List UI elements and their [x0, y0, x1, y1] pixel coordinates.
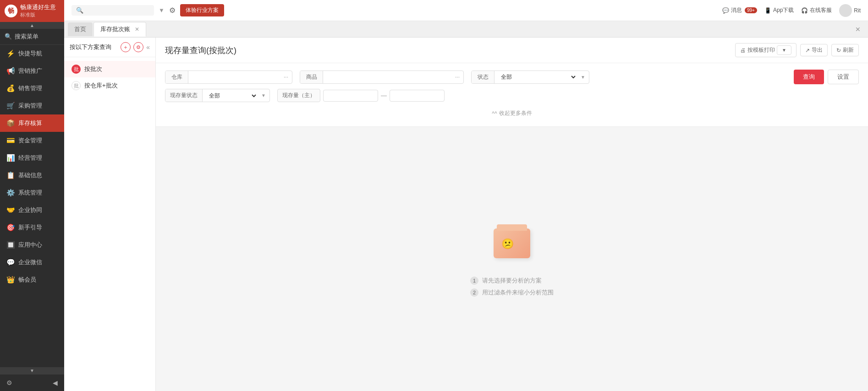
print-button[interactable]: 🖨 按模板打印 ▼ [735, 43, 797, 57]
tab-home[interactable]: 首页 [68, 22, 93, 36]
main-area: 🔍 ▼ ⚙ 体验行业方案 💬 消息 99+ 📱 App下载 🎧 在线客服 [64, 0, 868, 391]
topbar-dropdown-icon[interactable]: ▼ [159, 7, 165, 14]
product-field: 商品 ··· [300, 71, 464, 84]
status-field: 状态 全部 正常 停用 ▼ [471, 71, 589, 84]
sidebar-item-finance[interactable]: 💳 资金管理 [0, 132, 64, 149]
hint-1-text: 请先选择要分析的方案 [482, 277, 542, 285]
experience-button[interactable]: 体验行业方案 [180, 4, 224, 16]
warehouse-field: 仓库 ··· [165, 71, 292, 84]
online-service-button[interactable]: 🎧 在线客服 [801, 6, 832, 14]
sidebar-item-label: 新手引导 [18, 223, 42, 232]
inventory-quantity-range: 现存量（主） — [277, 89, 445, 102]
empty-illustration: 😕 [484, 222, 539, 267]
inventory-quantity-max[interactable] [390, 90, 445, 102]
page-actions: 🖨 按模板打印 ▼ ↗ 导出 ↻ 刷新 [735, 43, 859, 57]
scroll-down[interactable]: ▼ [0, 367, 64, 374]
panel-close-button[interactable]: ✕ [852, 24, 864, 35]
topbar: 🔍 ▼ ⚙ 体验行业方案 💬 消息 99+ 📱 App下载 🎧 在线客服 [64, 0, 868, 21]
tab-close-icon[interactable]: ✕ [135, 26, 139, 33]
page-title: 现存量查询(按批次) [165, 45, 236, 56]
refresh-button[interactable]: ↻ 刷新 [831, 44, 859, 56]
inventory-status-field: 现存量状态 全部 ▼ [165, 89, 270, 102]
sidebar-item-label: 畅会员 [18, 276, 36, 284]
sidebar-item-business[interactable]: 📊 经营管理 [0, 149, 64, 167]
sidebar-footer: ⚙ ◀ [0, 374, 64, 391]
empty-hint-1: 1 请先选择要分析的方案 [470, 277, 554, 285]
left-panel-actions: ＋ ⚙ « [121, 42, 150, 52]
sidebar-item-marketing[interactable]: 📢 营销推广 [0, 62, 64, 80]
warehouse-dots[interactable]: ··· [280, 71, 292, 82]
topbar-search-input[interactable] [86, 7, 141, 14]
filter-row-2: 现存量状态 全部 ▼ 现存量（主） — [165, 89, 859, 102]
page-header: 现存量查询(按批次) 🖨 按模板打印 ▼ ↗ 导出 ↻ 刷新 [156, 38, 868, 63]
app-title-group: 畅康通好生意 标准版 [20, 4, 56, 18]
topbar-search-box[interactable]: 🔍 [71, 5, 154, 16]
sidebar-item-apps[interactable]: 🔲 应用中心 [0, 236, 64, 254]
search-icon: 🔍 [5, 33, 12, 40]
sidebar-item-label: 库存核算 [18, 119, 42, 127]
sidebar-item-label: 应用中心 [18, 241, 42, 249]
product-input[interactable] [323, 71, 451, 82]
collapse-icon[interactable]: ◀ [53, 379, 58, 386]
product-dots[interactable]: ··· [451, 71, 463, 82]
app-download-button[interactable]: 📱 App下载 [764, 6, 794, 14]
inventory-icon: 📦 [6, 119, 15, 127]
export-label: 导出 [812, 46, 823, 54]
inventory-quantity-min[interactable] [323, 90, 378, 102]
hint-2-text: 用过滤条件来缩小分析范围 [482, 288, 554, 297]
inventory-status-label: 现存量状态 [165, 89, 203, 102]
settings-plan-button[interactable]: ⚙ [133, 42, 143, 52]
warehouse-input[interactable] [188, 71, 280, 82]
user-profile[interactable]: Rit [839, 4, 861, 17]
export-button[interactable]: ↗ 导出 [800, 44, 828, 56]
inventory-quantity-label: 现存量（主） [277, 89, 320, 102]
collapse-panel-icon[interactable]: « [146, 43, 150, 51]
message-icon: 💬 [722, 7, 729, 14]
tab-inventory-batch[interactable]: 库存批次账 ✕ [93, 22, 146, 37]
sidebar-item-quick-nav[interactable]: ⚡ 快捷导航 [0, 45, 64, 62]
collapse-more-button[interactable]: ^^ 收起更多条件 [165, 107, 859, 120]
status-select[interactable]: 全部 正常 停用 [494, 71, 577, 83]
marketing-icon: 📢 [6, 67, 15, 75]
wechat-icon: 💬 [6, 258, 15, 266]
sidebar-item-label: 采购管理 [18, 102, 42, 110]
sidebar-search[interactable]: 🔍 搜索菜单 [0, 29, 64, 45]
sidebar-item-label: 资金管理 [18, 136, 42, 145]
inventory-status-select[interactable]: 全部 [203, 90, 258, 102]
status-label: 状态 [472, 71, 494, 83]
topbar-settings-icon[interactable]: ⚙ [169, 6, 176, 15]
left-panel-header: 按以下方案查询 ＋ ⚙ « [64, 38, 155, 57]
system-icon: ⚙️ [6, 189, 15, 197]
scroll-up[interactable]: ▲ [0, 22, 64, 29]
filter-settings-button[interactable]: 设置 [828, 70, 859, 84]
empty-hints: 1 请先选择要分析的方案 2 用过滤条件来缩小分析范围 [470, 277, 554, 297]
refresh-icon: ↻ [836, 47, 841, 54]
sidebar-item-member[interactable]: 👑 畅会员 [0, 271, 64, 288]
content-area: 按以下方案查询 ＋ ⚙ « 批 按批次 批 按仓库+批次 [64, 38, 868, 391]
sidebar-item-sales[interactable]: 💰 销售管理 [0, 80, 64, 97]
enterprise-icon: 🤝 [6, 206, 15, 214]
business-icon: 📊 [6, 154, 15, 162]
guide-icon: 🎯 [6, 223, 15, 232]
print-dropdown-icon[interactable]: ▼ [777, 45, 791, 55]
plan-icon-active: 批 [71, 65, 81, 74]
sidebar-item-system[interactable]: ⚙️ 系统管理 [0, 184, 64, 201]
status-dropdown-icon: ▼ [577, 75, 589, 80]
add-plan-button[interactable]: ＋ [121, 42, 131, 52]
plan-item-by-batch[interactable]: 批 按批次 [64, 61, 155, 77]
sidebar-item-purchase[interactable]: 🛒 采购管理 [0, 97, 64, 114]
plan-item-by-warehouse-batch[interactable]: 批 按仓库+批次 [64, 77, 155, 94]
search-label: 搜索菜单 [15, 33, 38, 41]
sidebar-item-label: 企业微信 [18, 258, 42, 266]
sidebar-item-wechat[interactable]: 💬 企业微信 [0, 254, 64, 271]
query-button[interactable]: 查询 [794, 70, 824, 84]
online-service-label: 在线客服 [810, 6, 832, 14]
settings-icon[interactable]: ⚙ [6, 379, 12, 386]
sidebar-item-inventory[interactable]: 📦 库存核算 [0, 114, 64, 132]
messages-button[interactable]: 💬 消息 99+ [722, 6, 757, 14]
sidebar-item-label: 经营管理 [18, 154, 42, 162]
plan-label: 按仓库+批次 [84, 81, 118, 90]
sidebar-item-guide[interactable]: 🎯 新手引导 [0, 219, 64, 236]
sidebar-item-enterprise[interactable]: 🤝 企业协同 [0, 201, 64, 219]
sidebar-item-basic[interactable]: 📋 基础信息 [0, 167, 64, 184]
